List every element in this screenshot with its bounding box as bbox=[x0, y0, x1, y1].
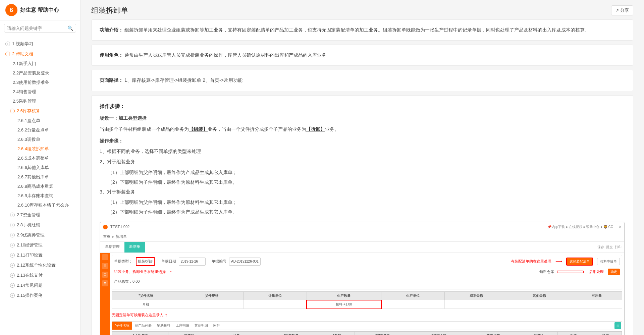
step2: 2、对于组装业务 bbox=[100, 158, 625, 166]
sidebar-item-2-2[interactable]: 2.2产品安装及登录 bbox=[0, 68, 80, 78]
share-button[interactable]: ↗ 分享 bbox=[611, 5, 633, 15]
icon-settings: ⚙ bbox=[102, 280, 108, 286]
sidebar-item-2-13[interactable]: + 2.13在线支付 bbox=[0, 270, 80, 280]
mock-tab-strip: 单据管理 新增单 保存 提交 打印 bbox=[100, 242, 624, 253]
upper-cell-name: 耳机 bbox=[112, 300, 180, 309]
btn-select-bom[interactable]: 选择装配清单 bbox=[566, 258, 593, 266]
field-date-label: 单据日期 bbox=[161, 258, 176, 265]
sidebar-item-2-7[interactable]: + 2.7资金管理 bbox=[0, 210, 80, 220]
content-area: 功能介绍： 组装拆卸单用来处理企业组装或拆卸等加工业务，支持有固定装配清单的产品… bbox=[80, 19, 644, 335]
steps-title: 操作步骤： bbox=[100, 102, 625, 111]
sidebar-item-2-5[interactable]: 2.5采购管理 bbox=[0, 97, 80, 106]
step3-sub1: （1）上部明细为父件明细，最终作为原材料生成其它出库单； bbox=[100, 198, 625, 207]
sidebar-item-2-6-3[interactable]: 2.6.3调拨单 bbox=[0, 135, 80, 144]
lower-tab-byproduct[interactable]: 副产品列表 bbox=[132, 322, 154, 330]
sidebar-item-2-6-4[interactable]: 2.6.4组装拆卸单 bbox=[0, 144, 80, 154]
sidebar-item-2-3[interactable]: 2.3使用前数据准备 bbox=[0, 78, 80, 87]
save-draft-btn[interactable]: 保存 bbox=[597, 244, 604, 250]
btn-material-req[interactable]: 领料申请单 bbox=[597, 258, 620, 265]
search-box[interactable]: 🔍 bbox=[4, 24, 76, 33]
sidebar-item-2-6-6[interactable]: 2.6.6其他入库单 bbox=[0, 163, 80, 172]
sidebar-item-2-12[interactable]: + 2.12系统个性化设置 bbox=[0, 260, 80, 270]
sidebar-item-2-8[interactable]: + 2.8手机旺铺 bbox=[0, 220, 80, 230]
upper-col-qty: 生产数量 bbox=[307, 291, 381, 300]
sidebar-item-2-14[interactable]: + 2.14常见问题 bbox=[0, 280, 80, 290]
collapse-icon-2-6: − bbox=[10, 109, 15, 113]
upper-cell-unit bbox=[243, 300, 307, 309]
sidebar-item-video[interactable]: + 1.视频学习 bbox=[0, 39, 80, 49]
sidebar-item-2-10[interactable]: + 2.10经营管理 bbox=[0, 240, 80, 250]
sidebar-item-2-6-7[interactable]: 2.6.7其他出库单 bbox=[0, 172, 80, 182]
icon-user: ☐ bbox=[102, 272, 108, 278]
expand-icon-2-13: + bbox=[10, 273, 15, 278]
sidebar-item-2-6-10[interactable]: 2.6.10库存账本错了怎么办 bbox=[0, 201, 80, 210]
ann-no-bom: 无固定清单可以组装在这里录入 bbox=[112, 312, 163, 319]
lower-col-cost-amt: *成本金额 bbox=[411, 332, 467, 335]
submit-btn[interactable]: 提交 bbox=[606, 244, 613, 250]
upper-col-avail: 可用量 bbox=[571, 291, 622, 300]
share-icon: ↗ bbox=[615, 8, 619, 13]
upper-col-prod-unit: 生产单位 bbox=[381, 291, 445, 300]
search-input[interactable] bbox=[7, 26, 67, 31]
lower-col-note: 备注 bbox=[557, 332, 589, 335]
lower-tab-aux[interactable]: 辅助投料 bbox=[154, 322, 173, 330]
sidebar-item-2-15[interactable]: + 2.15操作案例 bbox=[0, 290, 80, 300]
field-date-value: 2019-12-26 bbox=[179, 258, 206, 266]
expand-icon-2-15: + bbox=[10, 293, 15, 298]
lower-col-qty: *投料数量 bbox=[263, 332, 319, 335]
sidebar-item-2-4[interactable]: 2.4销售管理 bbox=[0, 87, 80, 97]
field-type-value: 组装拆卸 bbox=[136, 257, 155, 266]
expand-icon: + bbox=[5, 42, 10, 46]
collapse-icon: − bbox=[5, 52, 10, 56]
step2-sub1: （1）上部明细为父件明细，最终作为产成品生成其它入库单； bbox=[100, 168, 625, 177]
sidebar-item-2-6-5[interactable]: 2.6.5成本调整单 bbox=[0, 154, 80, 163]
upper-cell-spec bbox=[180, 300, 244, 309]
sidebar-item-2-6-8[interactable]: 2.6.8商品成本重算 bbox=[0, 182, 80, 191]
sidebar-item-2-6-2[interactable]: 2.6.2分量盘点单 bbox=[0, 125, 80, 135]
mock-top-actions: 保存 提交 打印 bbox=[595, 242, 624, 253]
lower-col-name: *子件名称 bbox=[112, 332, 168, 335]
lower-tab-strip: *子件名称 副产品列表 辅助投料 工序明细 其他明细 附件 ⊞ bbox=[112, 322, 622, 330]
step3: 3、对于拆装业务 bbox=[100, 188, 625, 196]
lower-col-pick: *领料 bbox=[319, 332, 355, 335]
role-text: 通常由生产人员或库管人员完成折装业务的操作，库管人员确认原材料的出库和产成品的入… bbox=[124, 52, 326, 58]
upper-table-head: *父件名称 父件规格 计量单位 生产数量 生产单位 成本金额 其他金额 可用量 bbox=[112, 291, 622, 300]
sidebar-item-2-6[interactable]: − 2.6库存核算 bbox=[0, 106, 80, 116]
upper-col-other: 其他金额 bbox=[508, 291, 571, 300]
lower-col-ops: 操作 bbox=[589, 332, 622, 335]
upper-cell-prod-unit bbox=[381, 300, 445, 309]
mock-tab-new-active[interactable]: 新增单 bbox=[124, 242, 145, 253]
sidebar-item-2-6-9[interactable]: 2.6.9库存账本查询 bbox=[0, 191, 80, 201]
btn-confirm[interactable]: 确定 bbox=[608, 269, 620, 275]
sidebar-item-2-9[interactable]: + 2.9优惠券管理 bbox=[0, 230, 80, 240]
upper-table-container: *父件名称 父件规格 计量单位 生产数量 生产单位 成本金额 其他金额 可用量 bbox=[112, 291, 622, 309]
sidebar-item-help-doc[interactable]: − 2.帮助文档 bbox=[0, 49, 80, 59]
form-row-3: 产品总数：0.00 bbox=[114, 278, 620, 285]
field-warehouse-value bbox=[557, 271, 584, 273]
mock-titlebar: TEST-H002 📌 App下载 ● 在线授权 ● 帮助中心 ● 🦁 CC ✕ bbox=[100, 222, 624, 232]
mock-body-layout: ☲ ☰ ☐ ⚙ 单据类型： 组装拆卸 bbox=[100, 253, 624, 335]
sidebar: 6 好生意 帮助中心 🔍 + 1.视频学习 − 2.帮助文档 2.1新手入门 2… bbox=[0, 0, 80, 335]
print-btn[interactable]: 打印 bbox=[615, 244, 622, 250]
field-type-label: 单据类型： bbox=[114, 258, 132, 265]
lower-expand-btn[interactable]: ⊞ bbox=[614, 322, 621, 329]
search-icon[interactable]: 🔍 bbox=[67, 25, 73, 31]
lower-col-v: 附加V bbox=[519, 332, 558, 335]
lower-tab-other[interactable]: 其他明细 bbox=[192, 322, 211, 330]
lower-tab-attach[interactable]: 附件 bbox=[211, 322, 223, 330]
form-row-2: 组装业务、拆卸业务在这里选择 ↑ 领料仓库 启用处理 确定 bbox=[114, 268, 620, 276]
mock-nav-home: 首页 bbox=[103, 233, 110, 240]
expand-icon-2-11: + bbox=[10, 253, 15, 258]
lower-tab-process[interactable]: 工序明细 bbox=[173, 322, 192, 330]
sidebar-item-2-11[interactable]: + 2.11打印设置 bbox=[0, 250, 80, 260]
expand-icon-2-10: + bbox=[10, 243, 15, 247]
sidebar-item-2-6-1[interactable]: 2.6.1盘点单 bbox=[0, 116, 80, 125]
expand-icon-2-14: + bbox=[10, 283, 15, 288]
sidebar-item-label: 2.6库存核算 bbox=[17, 108, 40, 114]
lower-tab-subpart[interactable]: *子件名称 bbox=[112, 322, 132, 330]
mock-tab-new[interactable]: 单据管理 bbox=[100, 242, 124, 253]
upper-col-name: *父件名称 bbox=[112, 291, 180, 300]
sidebar-item-2-1[interactable]: 2.1新手入门 bbox=[0, 59, 80, 68]
step1: 1、根据不同的业务，选择不同单据的类型来处理 bbox=[100, 147, 625, 156]
lower-table-head: *子件名称 规格码 计量 *投料数量 *领料 *成本单价 *成本金额 费用分摊 bbox=[112, 332, 622, 335]
